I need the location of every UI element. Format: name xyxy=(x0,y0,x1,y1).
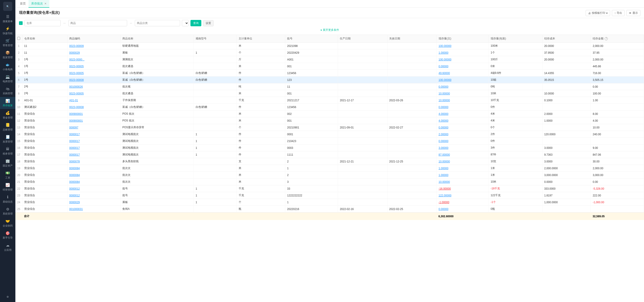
goods-filter[interactable] xyxy=(68,20,127,26)
query-btn[interactable]: 查询 xyxy=(190,20,201,26)
sidebar-item-biz[interactable]: 📈 经营管理 xyxy=(0,181,16,193)
code-link[interactable]: 0023-0000... xyxy=(69,58,84,61)
qty-main-link[interactable]: -1.00000 xyxy=(438,201,449,204)
sidebar-item-search-menu[interactable]: ☰ 搜索菜单 xyxy=(0,13,16,25)
tab-home[interactable]: 首页 xyxy=(17,0,28,8)
category-select[interactable]: ▾ xyxy=(182,20,189,26)
sidebar-item-assets[interactable]: 🏢 固定资产 xyxy=(0,157,16,169)
table-wrapper[interactable]: 仓库名称 商品编码 商品名称 规格型号 主计量单位 批号 生产日期 失效日期 现… xyxy=(16,35,644,302)
sidebar-item-wholesale[interactable]: 📦 批发管理 xyxy=(0,49,16,61)
sidebar-settings-btn[interactable]: ⚙ xyxy=(0,293,16,300)
tab-inventory-batch[interactable]: 库存批次 ✕ xyxy=(28,0,49,8)
code-link[interactable]: 0023-00008 xyxy=(69,106,84,109)
sidebar-item-cloud[interactable]: ☁ 云应用 xyxy=(0,241,16,253)
sidebar-search[interactable]: 🔍 xyxy=(3,2,12,11)
code-link[interactable]: 0000017 xyxy=(69,153,80,156)
select-all-checkbox[interactable] xyxy=(17,37,20,40)
qty-main-link[interactable]: 0.00000 xyxy=(438,208,448,211)
qty-main-link[interactable]: 0.00000 xyxy=(438,85,448,88)
sidebar-item-guide[interactable]: 🎯 新手引导 xyxy=(0,229,16,241)
code-link[interactable]: 001000031 xyxy=(69,208,83,211)
cell-index: 3 xyxy=(16,56,22,63)
code-link[interactable]: 0023-00005 xyxy=(69,92,84,95)
sidebar-item-invoice[interactable]: 🧾 发票管理 xyxy=(0,133,16,145)
cell-code: 0023-00005 xyxy=(68,90,120,97)
sidebar-item-collab[interactable]: 🤝 企业协同 xyxy=(0,217,16,229)
qty-main-link[interactable]: 100.00000 xyxy=(438,58,452,61)
sidebar-item-system[interactable]: ⚙ 系统管理 xyxy=(0,205,16,217)
sidebar-item-quick-nav[interactable]: ⚡ 快捷导航 xyxy=(0,25,16,37)
qty-main-link[interactable]: 87.00000 xyxy=(438,153,450,156)
expand-more-btn[interactable]: ▾ 展开更多条件 xyxy=(320,28,339,32)
code-link[interactable]: 000900001 xyxy=(69,112,83,115)
cell-exp-date xyxy=(387,90,436,97)
qty-main-link[interactable]: 0.00000 xyxy=(438,65,448,68)
code-link[interactable]: 0000078 xyxy=(69,160,80,163)
category-filter[interactable] xyxy=(135,20,180,26)
sidebar-item-inventory[interactable]: 📊 库存核算 xyxy=(0,97,16,109)
qty-main-link[interactable]: 100.00000 xyxy=(438,78,452,82)
code-link[interactable]: 0000012 xyxy=(69,194,80,197)
qty-main-link[interactable]: 0.00000 xyxy=(438,126,448,129)
cell-amount: 30.00 xyxy=(591,158,644,165)
export-btn-label: 导出 xyxy=(617,11,622,15)
cell-unit: 千克 xyxy=(236,185,285,192)
sidebar-item-ecom[interactable]: 💻 电商管理 xyxy=(0,73,16,85)
code-link[interactable]: 0000084 xyxy=(69,180,80,184)
sidebar-item-salary[interactable]: 💵 工资 xyxy=(0,169,16,181)
tab-close-icon[interactable]: ✕ xyxy=(44,2,46,5)
code-link[interactable]: 0000029 xyxy=(69,51,80,54)
sidebar-item-ecom-small[interactable]: 🐟 小鱼电商 xyxy=(0,61,16,73)
cell-name: 批次规 xyxy=(120,83,194,90)
cell-warehouse: 营业综合 xyxy=(22,165,68,172)
warehouse-filter[interactable] xyxy=(24,20,60,26)
sidebar-item-finance[interactable]: 💰 资金管理 xyxy=(0,109,16,121)
code-link[interactable]: 0000012 xyxy=(69,187,80,190)
sidebar-item-tax[interactable]: 🏛 税务管理 xyxy=(0,145,16,157)
code-link[interactable]: 0000084 xyxy=(69,174,80,177)
qty-main-link[interactable]: 122.00000 xyxy=(438,194,452,197)
sidebar-item-retail[interactable]: 🛒 零售管理 xyxy=(0,37,16,49)
code-link[interactable]: 0000084 xyxy=(69,167,80,170)
cell-spec: 白色/奶糖 xyxy=(194,104,236,111)
qty-main-link[interactable]: 1.00000 xyxy=(438,51,448,54)
qty-main-link[interactable]: 4.00000 xyxy=(438,112,448,115)
qty-main-link[interactable]: 2.00000 xyxy=(438,133,448,136)
qty-main-link[interactable]: 1.00000 xyxy=(438,167,448,170)
code-link[interactable]: 0023-00008 xyxy=(69,78,84,82)
code-link[interactable]: 001000026 xyxy=(69,85,83,88)
qty-main-link[interactable]: 0.00000 xyxy=(438,106,448,109)
sidebar-item-ledger[interactable]: 📒 总账管理 xyxy=(0,121,16,133)
qty-main-link[interactable]: 1.00000 xyxy=(438,174,448,177)
code-link[interactable]: 0000017 xyxy=(69,146,80,149)
qty-main-link[interactable]: 4.00000 xyxy=(438,119,448,122)
code-link[interactable]: 0000017 xyxy=(69,139,80,143)
export-btn[interactable]: ↑ 导出 xyxy=(612,10,624,16)
code-link[interactable]: 0000017 xyxy=(69,133,80,136)
qty-main-link[interactable]: -16.00000 xyxy=(438,187,451,190)
cell-amount: 9.00 xyxy=(591,144,644,151)
code-link[interactable]: 0023-00009 xyxy=(69,44,84,48)
code-link[interactable]: 000900001 xyxy=(69,119,83,122)
code-link[interactable]: A01-01 xyxy=(69,99,78,102)
qty-main-link[interactable]: 0.00000 xyxy=(438,139,448,143)
qty-main-link[interactable]: 49.60000 xyxy=(438,72,450,75)
code-link[interactable]: 0023-00005 xyxy=(69,65,84,68)
amount-help-icon[interactable]: ? xyxy=(605,37,608,40)
filter-settings-btn[interactable]: 设置 xyxy=(203,20,214,26)
qty-main-link[interactable]: 100.00000 xyxy=(438,44,452,48)
qty-main-link[interactable]: 3.00000 xyxy=(438,146,448,149)
display-btn[interactable]: 👁 显示 xyxy=(626,10,640,16)
sidebar-item-purchase[interactable]: 🛍 采购管理 xyxy=(0,85,16,97)
qty-main-link[interactable]: 10.00000 xyxy=(438,99,450,102)
code-link[interactable]: 0023-00005 xyxy=(69,72,84,75)
sidebar-item-base-info[interactable]: ℹ 基础信息 xyxy=(0,193,16,205)
qty-main-link[interactable]: 10.00000 xyxy=(438,160,450,163)
qty-main-link[interactable]: 10.00000 xyxy=(438,180,450,184)
code-link[interactable]: 000097 xyxy=(69,126,78,129)
code-link[interactable]: 0000029 xyxy=(69,201,80,204)
filter-nav-arrow[interactable]: › xyxy=(19,21,22,25)
print-btn[interactable]: 🖨 按模板打印 ▾ xyxy=(586,10,610,16)
qty-main-link[interactable]: 10.00000 xyxy=(438,92,450,95)
cell-cost: 35.0515 xyxy=(542,77,591,83)
